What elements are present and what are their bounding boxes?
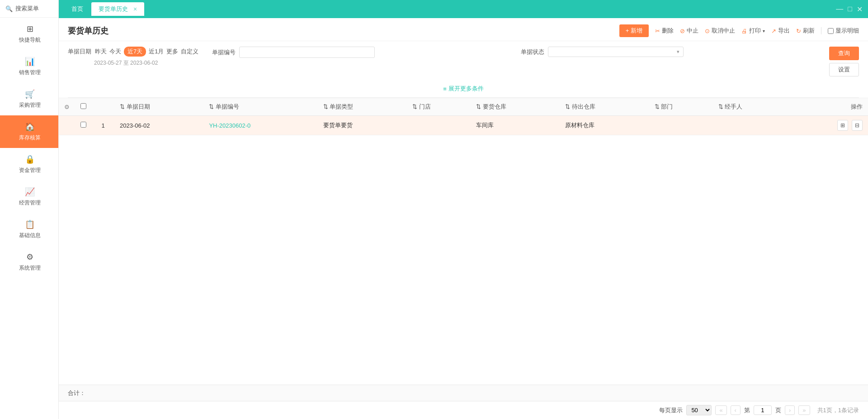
status-input[interactable] <box>552 48 677 55</box>
total-info: 共1页，1条记录 <box>817 406 859 414</box>
sidebar-item-label: 基础信息 <box>19 232 41 239</box>
tab-home[interactable]: 首页 <box>64 2 90 16</box>
row-1-detail-btn[interactable]: ⊟ <box>852 120 863 131</box>
table-row: 1 2023-06-02 YH-20230602-0 要货单要货 <box>59 116 868 135</box>
export-button[interactable]: ↗ 导出 <box>771 27 790 35</box>
stop-label: 中止 <box>687 27 698 35</box>
last-page-btn[interactable]: » <box>798 405 810 415</box>
date-today[interactable]: 今天 <box>109 48 121 56</box>
expand-more-btn[interactable]: ≡ 展开更多条件 <box>443 82 484 95</box>
sidebar-item-label: 销售管理 <box>19 69 41 76</box>
row-1-store <box>407 116 471 135</box>
next-page-btn[interactable]: › <box>785 405 795 415</box>
tab-home-label: 首页 <box>71 5 83 13</box>
show-detail-input[interactable] <box>828 28 834 34</box>
date-more[interactable]: 更多 <box>166 48 178 56</box>
col-reqwh-header: ⇅ 要货仓库 <box>471 98 560 116</box>
row-1-settings <box>59 116 75 135</box>
col-actions-header: 操作 <box>789 98 868 116</box>
doc-no-label: 单据编号 <box>212 48 236 57</box>
stop-button[interactable]: ⊘ 中止 <box>680 27 698 35</box>
total-label: 合计： <box>68 389 85 397</box>
sidebar-item-inventory[interactable]: 🏠 库存核算 <box>0 115 58 148</box>
print-button[interactable]: 🖨 打印 ▾ <box>741 27 765 35</box>
status-label: 单据状态 <box>521 48 544 56</box>
select-all-checkbox[interactable] <box>80 103 86 109</box>
sidebar-item-label: 快捷导航 <box>19 36 41 44</box>
prev-page-btn[interactable]: ‹ <box>731 405 741 415</box>
sidebar-item-quick-nav[interactable]: ⊞ 快捷导航 <box>0 18 58 50</box>
sidebar-item-label: 采购管理 <box>19 101 41 109</box>
date-yesterday[interactable]: 昨天 <box>95 48 107 56</box>
row-1-num: 1 <box>92 116 114 135</box>
doc-no-input[interactable] <box>239 47 375 58</box>
page-label-after: 页 <box>775 406 781 414</box>
search-icon: 🔍 <box>5 5 13 12</box>
query-button[interactable]: 查询 <box>829 47 859 60</box>
col-docno-header: ⇅ 单据编号 <box>203 98 317 116</box>
top-nav: 首页 要货单历史 × — □ ✕ <box>59 0 868 18</box>
row-1-docno[interactable]: YH-20230602-0 <box>203 116 317 135</box>
col-pendwh-header: ⇅ 待出仓库 <box>560 98 649 116</box>
tab-close-icon[interactable]: × <box>133 5 137 13</box>
col-check <box>75 98 92 116</box>
sidebar-item-sys-mgmt[interactable]: ⚙ 系统管理 <box>0 246 58 278</box>
refresh-label: 刷新 <box>803 27 815 35</box>
sidebar-item-label: 系统管理 <box>19 264 41 272</box>
show-detail-checkbox[interactable]: 显示明细 <box>828 27 859 35</box>
print-label: 打印 <box>749 27 761 35</box>
window-close-btn[interactable]: ✕ <box>857 5 863 14</box>
row-1-docno-link[interactable]: YH-20230602-0 <box>209 122 250 129</box>
date-range-display: 2023-05-27 至 2023-06-02 <box>94 59 198 67</box>
pagination: 每页显示 10 20 50 100 « ‹ 第 页 › » 共1页，1条记录 <box>59 401 868 419</box>
date-custom[interactable]: 自定义 <box>181 48 198 56</box>
window-maximize-btn[interactable]: □ <box>848 5 852 13</box>
print-icon: 🖨 <box>741 28 747 34</box>
window-controls: — □ ✕ <box>836 5 863 14</box>
status-filter-group: 单据状态 ▾ <box>521 47 816 57</box>
export-icon: ↗ <box>771 28 776 34</box>
sidebar-item-label: 库存核算 <box>19 134 41 142</box>
page-number-input[interactable] <box>754 405 772 415</box>
status-dropdown-icon[interactable]: ▾ <box>677 49 679 55</box>
delete-button[interactable]: ✂ 删除 <box>655 27 674 35</box>
date-last7days[interactable]: 近7天 <box>124 47 146 57</box>
inventory-icon: 🏠 <box>25 122 35 132</box>
col-settings-icon[interactable]: ⚙ <box>64 104 70 110</box>
cancel-stop-button[interactable]: ⊙ 取消中止 <box>705 27 735 35</box>
row-1-checkbox[interactable] <box>80 122 86 128</box>
sidebar-search-label: 搜索菜单 <box>15 5 39 13</box>
finance-icon: 🔒 <box>25 154 35 164</box>
sidebar-item-sales-mgmt[interactable]: 📊 销售管理 <box>0 50 58 83</box>
sales-icon: 📊 <box>25 57 35 67</box>
first-page-btn[interactable]: « <box>715 405 726 415</box>
sidebar-item-finance[interactable]: 🔒 资金管理 <box>0 148 58 181</box>
sidebar-item-operations[interactable]: 📈 经营管理 <box>0 181 58 213</box>
settings-button[interactable]: 设置 <box>829 63 859 76</box>
filter-section: 单据日期 昨天 今天 近7天 近1月 更多 自定义 2023-05-27 至 2… <box>59 41 868 98</box>
new-button[interactable]: + 新增 <box>619 24 649 37</box>
sidebar-item-label: 经营管理 <box>19 199 41 207</box>
sidebar-item-purchase-mgmt[interactable]: 🛒 采购管理 <box>0 83 58 115</box>
row-1-handler <box>713 116 789 135</box>
col-settings: ⚙ <box>59 98 75 116</box>
quick-nav-icon: ⊞ <box>27 24 33 34</box>
page-size-select[interactable]: 10 20 50 100 <box>686 405 712 415</box>
cancel-stop-label: 取消中止 <box>712 27 735 35</box>
window-minimize-btn[interactable]: — <box>836 5 843 13</box>
expand-more-icon: ≡ <box>443 86 447 92</box>
base-info-icon: 📋 <box>25 219 35 229</box>
refresh-button[interactable]: ↻ 刷新 <box>796 27 815 35</box>
tab-active[interactable]: 要货单历史 × <box>91 2 144 16</box>
doc-no-filter-group: 单据编号 <box>212 47 507 58</box>
row-1-edit-btn[interactable]: ⊞ <box>837 120 848 131</box>
sidebar-search[interactable]: 🔍 搜索菜单 <box>0 0 58 18</box>
row-1-actions: ⊞ ⊟ <box>789 116 868 135</box>
sidebar-item-base-info[interactable]: 📋 基础信息 <box>0 213 58 246</box>
page-label-before: 第 <box>744 406 750 414</box>
row-1-date: 2023-06-02 <box>114 116 203 135</box>
table-footer: 合计： <box>59 385 868 401</box>
export-label: 导出 <box>778 27 790 35</box>
col-date-header: ⇅ 单据日期 <box>114 98 203 116</box>
date-last1month[interactable]: 近1月 <box>149 48 164 56</box>
